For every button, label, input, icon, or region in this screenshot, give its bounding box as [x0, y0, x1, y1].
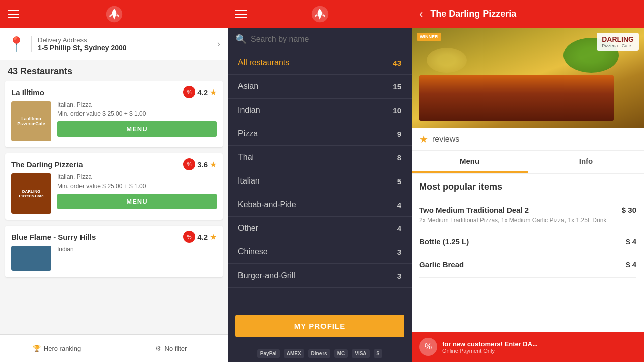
promo-text: for new customers! Enter DA... Online Pa… — [442, 340, 538, 354]
bottom-bar: 🏆 Hero ranking ⚙ No filter — [0, 334, 228, 362]
menu-item-info: Bottle (1.25 L) — [419, 237, 621, 248]
right-header: ‹ The Darling Pizzeria — [412, 0, 644, 28]
restaurant-card-header: Blue Flame - Surry Hills % 4.2 ★ — [5, 226, 223, 246]
restaurant-thumbnail: DARLINGPizzeria·Cafe — [11, 173, 51, 214]
category-count: 10 — [393, 106, 401, 115]
category-item-all[interactable]: All restaurants 43 — [228, 51, 412, 75]
restaurant-card-body: DARLINGPizzeria·Cafe Italian, Pizza Min.… — [5, 173, 223, 220]
category-label: Burger-and-Grill — [238, 271, 295, 280]
restaurant-card: The Darling Pizzeria % 3.6 ★ DARLINGPizz… — [5, 153, 223, 220]
back-button[interactable]: ‹ — [419, 8, 423, 21]
restaurant-card-header: La Illtimo % 4.2 ★ — [5, 81, 223, 101]
left-header — [0, 0, 228, 28]
restaurant-card-body: La illtimoPizzeria·Cafe Italian, Pizza M… — [5, 101, 223, 147]
menu-item-price: $ 4 — [626, 237, 636, 246]
rating-area: % 4.2 ★ — [183, 231, 217, 243]
no-filter-label: No filter — [165, 345, 187, 352]
restaurant-hero-image: WINNER DARLING Pizzeria · Cafe — [412, 28, 644, 128]
menu-item-row: Two Medium Traditional Deal 2 2x Medium … — [419, 200, 636, 231]
restaurant-detail-title: The Darling Pizzeria — [430, 9, 516, 19]
category-count: 5 — [397, 177, 401, 186]
menu-button[interactable]: MENU — [57, 121, 217, 137]
menu-button[interactable]: MENU — [57, 194, 217, 209]
restaurant-info: Italian, Pizza Min. order value $ 25.00 … — [57, 101, 217, 141]
category-count: 15 — [393, 82, 401, 91]
restaurant-thumbnail — [11, 246, 51, 271]
restaurant-min-order: Min. order value $ 25.00 + $ 1.00 — [57, 183, 217, 190]
no-filter-btn[interactable]: ⚙ No filter — [114, 345, 228, 352]
chevron-right-icon: › — [217, 39, 220, 49]
middle-panel: 🔍 All restaurants 43 Asian 15 Indian 10 … — [228, 0, 412, 362]
category-item-chinese[interactable]: Chinese 3 — [228, 240, 412, 264]
promo-main-text: for new customers! Enter DA... — [442, 340, 538, 348]
menu-item-price: $ 4 — [626, 260, 636, 269]
discount-badge: % — [183, 86, 195, 98]
rating-number: 3.6 — [197, 160, 208, 169]
hamburger-menu-middle[interactable] — [235, 10, 247, 18]
amex-icon: AMEX — [284, 349, 304, 358]
category-item-burger[interactable]: Burger-and-Grill 3 — [228, 264, 412, 288]
menu-item-row: Garlic Bread $ 4 — [419, 254, 636, 278]
visa-icon: VISA — [352, 349, 369, 358]
restaurant-cuisine: Italian, Pizza — [57, 101, 217, 108]
restaurant-name: Blue Flame - Surry Hills — [11, 233, 96, 241]
restaurant-logo-name: DARLING — [602, 35, 634, 43]
restaurant-card-body: Indian — [5, 246, 223, 277]
delivery-label: Delivery Address — [38, 36, 217, 44]
menu-item-row: Bottle (1.25 L) $ 4 — [419, 231, 636, 254]
category-label: Asian — [238, 82, 258, 91]
category-item-other[interactable]: Other 4 — [228, 217, 412, 240]
paypal-icon: PayPal — [257, 349, 280, 358]
menu-item-info: Garlic Bread — [419, 260, 621, 271]
restaurant-name: The Darling Pizzeria — [11, 160, 83, 169]
hamburger-menu-left[interactable] — [8, 10, 19, 18]
cash-icon: $ — [374, 349, 383, 358]
discount-badge: % — [183, 231, 195, 243]
category-item-asian[interactable]: Asian 15 — [228, 75, 412, 99]
tab-menu[interactable]: Menu — [412, 151, 528, 173]
restaurant-card: La Illtimo % 4.2 ★ La illtimoPizzeria·Ca… — [5, 81, 223, 147]
category-item-kebab[interactable]: Kebab-and-Pide 4 — [228, 193, 412, 217]
address-info: Delivery Address 1-5 Phillip St, Sydney … — [38, 36, 217, 52]
middle-header — [228, 0, 412, 28]
restaurant-card-header: The Darling Pizzeria % 3.6 ★ — [5, 153, 223, 173]
reviews-label: reviews — [432, 135, 459, 144]
category-label: Chinese — [238, 247, 268, 256]
category-label: All restaurants — [238, 58, 289, 67]
menu-item-name: Bottle (1.25 L) — [419, 237, 621, 246]
restaurant-info: Italian, Pizza Min. order value $ 25.00 … — [57, 173, 217, 214]
menu-item-price: $ 30 — [622, 206, 636, 214]
food-visual: WINNER DARLING Pizzeria · Cafe — [412, 28, 644, 128]
app-logo-left — [105, 5, 123, 23]
payment-icons-bar: PayPal AMEX Diners MC VISA $ — [228, 345, 412, 362]
filter-icon: ⚙ — [155, 345, 162, 352]
category-item-pizza[interactable]: Pizza 9 — [228, 122, 412, 146]
category-count: 43 — [393, 59, 401, 67]
menu-item-info: Two Medium Traditional Deal 2 2x Medium … — [419, 206, 617, 225]
category-count: 4 — [397, 224, 401, 233]
restaurant-thumbnail: La illtimoPizzeria·Cafe — [11, 101, 51, 141]
menu-item-name: Two Medium Traditional Deal 2 — [419, 206, 617, 214]
restaurant-cuisine: Italian, Pizza — [57, 173, 217, 180]
discount-badge: % — [183, 158, 195, 170]
category-item-thai[interactable]: Thai 8 — [228, 146, 412, 169]
restaurant-min-order: Min. order value $ 25.00 + $ 1.00 — [57, 110, 217, 117]
trophy-icon: 🏆 — [33, 345, 41, 352]
category-label: Other — [238, 224, 258, 233]
star-icon: ★ — [210, 87, 217, 97]
search-bar[interactable]: 🔍 — [228, 28, 412, 51]
promo-bar: % for new customers! Enter DA... Online … — [412, 332, 644, 362]
search-input[interactable] — [251, 35, 404, 44]
tab-info[interactable]: Info — [528, 151, 644, 173]
hero-ranking-label: Hero ranking — [44, 345, 81, 352]
restaurant-logo-sub: Pizzeria · Cafe — [602, 43, 634, 48]
category-item-italian[interactable]: Italian 5 — [228, 169, 412, 193]
rating-number: 4.2 — [197, 88, 208, 97]
location-pin-icon: 📍 — [8, 36, 32, 52]
hero-ranking-btn[interactable]: 🏆 Hero ranking — [0, 345, 114, 352]
category-item-indian[interactable]: Indian 10 — [228, 99, 412, 122]
reviews-bar: ★ reviews — [412, 128, 644, 151]
left-panel: 📍 Delivery Address 1-5 Phillip St, Sydne… — [0, 0, 228, 362]
delivery-bar[interactable]: 📍 Delivery Address 1-5 Phillip St, Sydne… — [0, 28, 228, 60]
my-profile-button[interactable]: MY PROFILE — [235, 315, 404, 337]
